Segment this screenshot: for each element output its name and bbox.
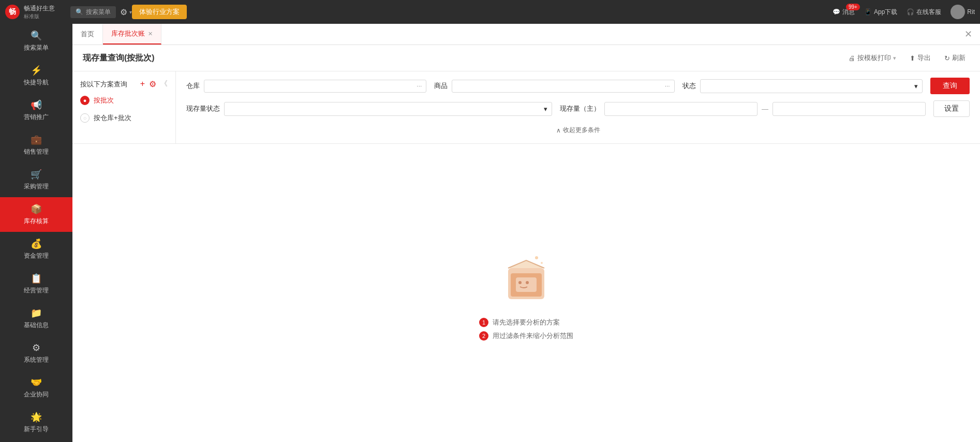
scheme-icon-red: ●: [80, 96, 90, 105]
user-name: Rit: [967, 8, 975, 16]
finance-icon: 💰: [31, 238, 42, 249]
inventory-icon: 📦: [31, 203, 42, 215]
content-area: 首页 库存批次账 ✕ ✕ 现存量查询(按批次) 🖨 按模板打印 ▾: [72, 24, 980, 442]
stock-qty-min-input[interactable]: [604, 102, 758, 116]
sidebar-item-ops[interactable]: 📋 经营管理: [0, 267, 72, 301]
app-logo: 畅: [5, 5, 20, 19]
main-layout: 🔍 搜索菜单 ⚡ 快捷导航 📢 营销推广 💼 销售管理 🛒 采购管理 📦 库存核…: [0, 24, 980, 442]
sidebar-item-quicknav[interactable]: ⚡ 快捷导航: [0, 58, 72, 93]
panel-header-actions: 🖨 按模板打印 ▾ ⬆ 导出 ↻ 刷新: [844, 51, 970, 65]
panel-header: 现存量查询(按批次) 🖨 按模板打印 ▾ ⬆ 导出 ↻ 刷新: [72, 45, 980, 71]
panel-close-button[interactable]: ✕: [962, 26, 975, 42]
app-download-action[interactable]: 📱 App下载: [864, 8, 897, 17]
ops-icon: 📋: [31, 273, 42, 284]
add-scheme-icon[interactable]: +: [140, 79, 145, 89]
sidebar-item-finance-label: 资金管理: [24, 252, 49, 260]
quicknav-icon: ⚡: [31, 65, 42, 76]
search-bar[interactable]: 🔍 搜索菜单: [70, 6, 116, 18]
user-profile[interactable]: Rit: [951, 5, 975, 19]
sidebar-item-enterprise[interactable]: 🤝 企业协同: [0, 371, 72, 405]
sales-icon: 💼: [31, 134, 42, 145]
sidebar-item-finance[interactable]: 💰 资金管理: [0, 232, 72, 267]
sidebar-item-appcenter[interactable]: 📱 应用中心: [0, 440, 72, 442]
status-label: 状态: [682, 81, 696, 91]
setting-button[interactable]: 设置: [933, 100, 970, 117]
goods-more-icon[interactable]: ···: [665, 82, 670, 90]
tab-batch-account-label: 库存批次账: [111, 29, 145, 38]
sidebar-item-sales[interactable]: 💼 销售管理: [0, 128, 72, 163]
scheme-sidebar-title: 按以下方案查询 + ⚙ 《: [72, 77, 175, 92]
stock-status-dropdown-arrow: ▾: [544, 105, 547, 113]
app-edition: 标准版: [24, 13, 55, 20]
sidebar-item-system[interactable]: ⚙ 系统管理: [0, 336, 72, 371]
sidebar-item-newguide-label: 新手引导: [24, 425, 49, 434]
tab-batch-account[interactable]: 库存批次账 ✕: [103, 24, 161, 45]
empty-state: 1 请先选择要分析的方案 2 用过滤条件来缩小分析范围: [72, 144, 980, 442]
scheme-sidebar-title-text: 按以下方案查询: [80, 80, 127, 89]
refresh-button[interactable]: ↻ 刷新: [940, 51, 970, 65]
tab-bar-right: ✕: [962, 26, 980, 42]
tab-home[interactable]: 首页: [72, 24, 103, 44]
filter-group-stock-qty: 现存量（主） —: [560, 102, 926, 116]
online-service-label: 在线客服: [916, 8, 941, 17]
sidebar-item-purchase[interactable]: 🛒 采购管理: [0, 163, 72, 197]
sidebar-item-system-label: 系统管理: [24, 356, 49, 364]
messages-action[interactable]: 💬 消息 99+: [833, 8, 855, 17]
sidebar-item-purchase-label: 采购管理: [24, 182, 49, 191]
empty-illustration: [495, 245, 557, 307]
topbar-gear-icon[interactable]: ⚙: [120, 7, 127, 17]
enterprise-icon: 🤝: [31, 377, 42, 388]
scheme-sidebar: 按以下方案查询 + ⚙ 《 ● 按批次 ○ 按仓库+批次: [72, 71, 176, 143]
tip-num-1: 1: [479, 318, 488, 327]
sidebar-item-ops-label: 经营管理: [24, 286, 49, 295]
try-industry-button[interactable]: 体验行业方案: [132, 5, 187, 19]
scheme-item-by-warehouse-batch[interactable]: ○ 按仓库+批次: [72, 109, 175, 127]
empty-tips: 1 请先选择要分析的方案 2 用过滤条件来缩小分析范围: [479, 318, 573, 341]
messages-badge: 99+: [846, 4, 860, 10]
sidebar-item-inventory[interactable]: 📦 库存核算: [0, 197, 72, 232]
search-sidebar-icon: 🔍: [31, 30, 42, 41]
scheme-item-by-batch[interactable]: ● 按批次: [72, 92, 175, 109]
collapse-row[interactable]: ∧ 收起更多条件: [186, 123, 970, 137]
tab-home-label: 首页: [81, 30, 94, 39]
goods-input[interactable]: [456, 82, 662, 90]
scheme-settings-icon[interactable]: ⚙: [149, 79, 156, 89]
tab-bar: 首页 库存批次账 ✕ ✕: [72, 24, 980, 45]
search-icon: 🔍: [76, 8, 83, 16]
sidebar-item-newguide[interactable]: 🌟 新手引导: [0, 405, 72, 440]
filter-fields: 仓库 ··· 商品 ···: [176, 71, 980, 143]
sidebar-item-basic[interactable]: 📁 基础信息: [0, 301, 72, 336]
status-select[interactable]: ▾: [700, 79, 923, 93]
stock-qty-label: 现存量（主）: [560, 104, 600, 113]
headset-icon: 🎧: [907, 8, 914, 16]
filter-group-warehouse: 仓库 ···: [186, 80, 426, 93]
sidebar-item-marketing[interactable]: 📢 营销推广: [0, 93, 72, 128]
newguide-icon: 🌟: [31, 411, 42, 423]
stock-qty-dash: —: [762, 105, 768, 113]
print-dropdown-arrow[interactable]: ▾: [893, 55, 896, 62]
warehouse-more-icon[interactable]: ···: [417, 82, 422, 90]
warehouse-input[interactable]: [209, 82, 414, 90]
filter-group-goods: 商品 ···: [434, 80, 674, 93]
scheme-collapse-icon[interactable]: 《: [160, 79, 168, 89]
filter-row-2: 现存量状态 ▾ 现存量（主） —: [186, 100, 970, 117]
system-icon: ⚙: [32, 342, 40, 353]
print-icon: 🖨: [849, 54, 855, 62]
goods-input-wrapper[interactable]: ···: [452, 80, 674, 93]
stock-qty-max-input[interactable]: [773, 102, 926, 116]
marketing-icon: 📢: [31, 99, 42, 111]
tab-close-icon[interactable]: ✕: [148, 31, 153, 37]
scheme-by-batch-label: 按批次: [94, 96, 114, 105]
filter-row-1: 仓库 ··· 商品 ···: [186, 78, 970, 94]
stock-status-select[interactable]: ▾: [224, 102, 552, 116]
warehouse-label: 仓库: [186, 81, 200, 91]
sidebar-item-sales-label: 销售管理: [24, 148, 49, 156]
print-button[interactable]: 🖨 按模板打印 ▾: [844, 51, 900, 65]
export-label: 导出: [917, 53, 931, 63]
warehouse-input-wrapper[interactable]: ···: [204, 80, 426, 93]
query-button[interactable]: 查询: [930, 78, 970, 94]
export-button[interactable]: ⬆ 导出: [905, 51, 935, 65]
sidebar-item-search[interactable]: 🔍 搜索菜单: [0, 24, 72, 58]
avatar: [951, 5, 965, 19]
online-service-action[interactable]: 🎧 在线客服: [907, 8, 941, 17]
